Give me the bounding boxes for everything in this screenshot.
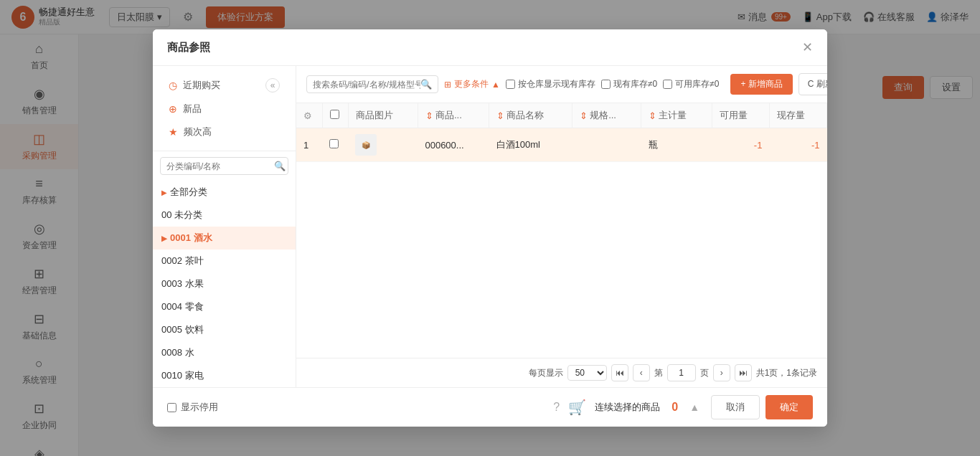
- category-label: 0002 茶叶: [161, 255, 204, 267]
- page-size-label: 每页显示: [529, 367, 563, 379]
- category-label: 全部分类: [170, 186, 207, 199]
- th-checkbox: [322, 103, 348, 128]
- th-image-label: 商品图片: [356, 109, 393, 122]
- sort-icon: ⇕: [496, 110, 504, 121]
- th-name[interactable]: ⇕商品名称: [489, 103, 573, 128]
- page-label: 第: [654, 367, 663, 379]
- category-item-all[interactable]: ▶ 全部分类: [153, 181, 296, 204]
- category-item-0008[interactable]: 0008 水: [153, 341, 296, 364]
- existing-stock-checkbox-label[interactable]: 现有库存≠0: [601, 78, 657, 90]
- first-page-button[interactable]: ⏮: [611, 364, 628, 381]
- recent-icon: ◷: [169, 80, 177, 91]
- category-search-icon[interactable]: 🔍: [274, 161, 286, 171]
- recent-purchase-nav[interactable]: ◷ 近期购买 «: [160, 73, 288, 98]
- category-item-0010[interactable]: 0010 家电: [153, 364, 296, 387]
- td-name: 白酒100ml: [489, 128, 573, 162]
- frequent-label: 频次高: [184, 125, 212, 138]
- available-stock-checkbox[interactable]: [663, 80, 672, 89]
- filter-label: 更多条件: [454, 78, 489, 90]
- row-checkbox[interactable]: [329, 139, 339, 148]
- th-spec[interactable]: ⇕规格...: [573, 103, 641, 128]
- category-item-0003[interactable]: 0003 水果: [153, 272, 296, 295]
- collapse-arrow-icon[interactable]: ▲: [689, 402, 699, 413]
- new-icon: ⊕: [169, 103, 177, 115]
- cart-button[interactable]: 🛒: [568, 399, 586, 416]
- frequent-nav[interactable]: ★ 频次高: [160, 120, 288, 143]
- next-page-button[interactable]: ›: [713, 364, 730, 381]
- th-unit-label: 主计量: [659, 109, 687, 122]
- category-item-0005[interactable]: 0005 饮料: [153, 318, 296, 341]
- add-product-button[interactable]: + 新增商品: [730, 74, 792, 95]
- td-available: -1: [712, 128, 769, 162]
- total-info: 共1页，1条记录: [756, 367, 817, 379]
- category-item-0004[interactable]: 0004 零食: [153, 295, 296, 318]
- category-item-00[interactable]: 00 未分类: [153, 204, 296, 227]
- th-available-label: 可用量: [720, 110, 748, 120]
- footer-cart-area: ? 🛒 连续选择的商品 0 ▲: [553, 399, 699, 416]
- warehouse-checkbox[interactable]: [506, 80, 515, 89]
- td-checkbox: [322, 128, 348, 162]
- th-available: 可用量: [712, 103, 769, 128]
- page-unit-label: 页: [700, 367, 709, 379]
- category-label: 00 未分类: [161, 209, 202, 222]
- th-stock: 现存量: [769, 103, 826, 128]
- existing-stock-checkbox[interactable]: [601, 80, 611, 89]
- td-code: 000600...: [418, 128, 489, 162]
- th-gear[interactable]: ⚙: [296, 103, 322, 128]
- table-header-row: ⚙ 商品图片 ⇕商品... ⇕商品名称 ⇕规格... ⇕主计量 可用量 现存量: [296, 103, 827, 128]
- category-label: 0004 零食: [161, 300, 204, 313]
- search-toolbar: 🔍 ⊞ 更多条件 ▲ 按仓库显示现有库存 现有库存≠0 可用库存≠0: [296, 66, 827, 103]
- td-stock: -1: [769, 128, 826, 162]
- product-table: ⚙ 商品图片 ⇕商品... ⇕商品名称 ⇕规格... ⇕主计量 可用量 现存量: [296, 103, 827, 162]
- th-code[interactable]: ⇕商品...: [418, 103, 489, 128]
- sort-icon: ⇕: [580, 110, 588, 121]
- category-item-0002[interactable]: 0002 茶叶: [153, 250, 296, 272]
- show-disabled-label[interactable]: 显示停用: [167, 401, 218, 414]
- confirm-button[interactable]: 确定: [765, 395, 813, 419]
- page-number-input[interactable]: [667, 364, 696, 381]
- category-search-input[interactable]: [166, 161, 274, 171]
- modal-close-button[interactable]: ✕: [802, 39, 813, 55]
- prev-page-button[interactable]: ‹: [633, 364, 650, 381]
- th-name-label: 商品名称: [507, 109, 544, 122]
- th-stock-label: 现存量: [777, 110, 805, 120]
- category-search-wrap: 🔍: [160, 157, 288, 175]
- cancel-button[interactable]: 取消: [711, 395, 760, 419]
- help-icon[interactable]: ?: [553, 401, 560, 414]
- show-disabled-checkbox[interactable]: [167, 403, 176, 412]
- category-label: 0008 水: [161, 346, 194, 359]
- search-icon[interactable]: 🔍: [420, 79, 432, 90]
- th-unit[interactable]: ⇕主计量: [641, 103, 712, 128]
- th-code-label: 商品...: [435, 109, 462, 122]
- warehouse-checkbox-text: 按仓库显示现有库存: [518, 78, 595, 90]
- arrow-icon: ▶: [161, 189, 167, 196]
- product-table-wrap: ⚙ 商品图片 ⇕商品... ⇕商品名称 ⇕规格... ⇕主计量 可用量 现存量: [296, 103, 827, 358]
- recent-label: 近期购买: [183, 79, 220, 92]
- new-products-nav[interactable]: ⊕ 新品: [160, 98, 288, 120]
- shopping-cart-icon: 🛒: [568, 399, 586, 415]
- right-panel: 🔍 ⊞ 更多条件 ▲ 按仓库显示现有库存 现有库存≠0 可用库存≠0: [296, 66, 827, 387]
- select-all-checkbox[interactable]: [330, 110, 339, 119]
- show-disabled-text: 显示停用: [181, 401, 218, 414]
- product-search-input[interactable]: [313, 80, 420, 90]
- td-index: 1: [296, 128, 322, 162]
- page-size-select[interactable]: 10 20 50 100: [567, 365, 607, 381]
- filter-button[interactable]: ⊞ 更多条件 ▲: [444, 78, 500, 90]
- collapse-icon[interactable]: «: [265, 78, 280, 92]
- refresh-button[interactable]: C 刷新: [798, 73, 827, 95]
- sort-icon: ⇕: [425, 110, 433, 121]
- table-row[interactable]: 1 📦 000600... 白酒100ml 瓶 -1 -1: [296, 128, 827, 162]
- left-panel-nav: ◷ 近期购买 « ⊕ 新品 ★ 频次高: [153, 66, 296, 151]
- filter-icon: ⊞: [444, 80, 451, 90]
- continuous-label: 连续选择的商品: [595, 401, 660, 414]
- modal-body: ◷ 近期购买 « ⊕ 新品 ★ 频次高 🔍: [153, 66, 827, 387]
- category-item-0001[interactable]: ▶ 0001 酒水: [153, 227, 296, 250]
- modal-header: 商品参照 ✕: [153, 29, 827, 66]
- category-label: 0003 水果: [161, 277, 204, 290]
- available-stock-checkbox-label[interactable]: 可用库存≠0: [663, 78, 719, 90]
- chevron-up-icon: ▲: [491, 80, 500, 90]
- selected-count: 0: [672, 401, 678, 414]
- available-stock-text: 可用库存≠0: [675, 78, 719, 90]
- last-page-button[interactable]: ⏭: [735, 364, 752, 381]
- warehouse-checkbox-label[interactable]: 按仓库显示现有库存: [506, 78, 595, 90]
